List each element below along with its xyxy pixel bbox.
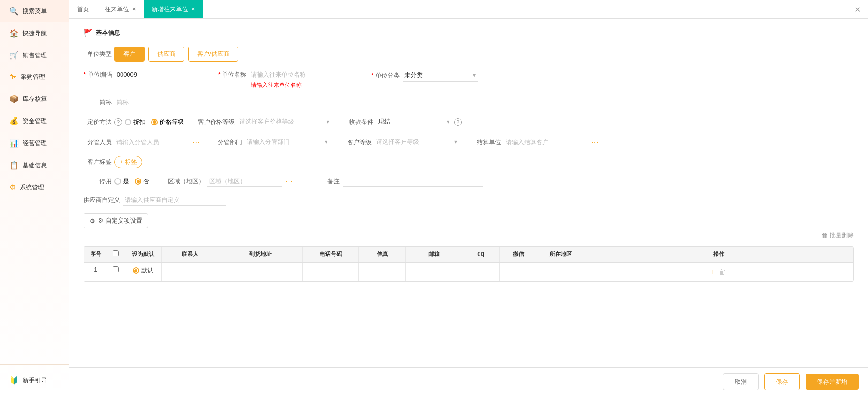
batch-delete-button[interactable]: 🗑 批量删除 [822,231,854,240]
sidebar-item-finance[interactable]: 💰 资金管理 [0,110,69,132]
add-tag-button[interactable]: + 标签 [114,156,142,168]
sidebar-item-quicknav[interactable]: 🏠 快捷导航 [0,22,69,44]
settlement-unit-input[interactable] [504,137,588,148]
radio-circle-price-level [151,119,158,125]
pricing-row: 定价方法 ? 折扣 价格等级 客户价格等级 请选择客户价格等级 [84,116,854,128]
settlement-dots-btn[interactable]: ··· [591,138,599,147]
tab-partner-close[interactable]: ✕ [132,6,136,12]
td-qq[interactable] [462,263,500,281]
radio-circle-yes [114,178,121,185]
sidebar-item-basic[interactable]: 📋 基础信息 [0,154,69,176]
manager-input[interactable] [114,137,190,148]
payment-help-icon[interactable]: ? [454,118,462,126]
type-btn-both[interactable]: 客户/供应商 [188,47,238,62]
td-fax[interactable] [359,263,406,281]
type-btn-supplier[interactable]: 供应商 [148,47,184,62]
type-btn-customer[interactable]: 客户 [114,47,145,62]
sidebar-item-label: 资金管理 [23,117,47,125]
del-row-icon[interactable]: 🗑 [719,268,726,276]
unit-type-row: 单位类型 客户 供应商 客户/供应商 [84,47,854,62]
footer: 取消 保存 保存并新增 [69,367,868,396]
section-basic-info: 🚩 基本信息 [84,28,854,37]
pricing-help-icon[interactable]: ? [114,118,122,126]
pricing-method-label: 定价方法 [84,118,112,126]
payment-terms-select[interactable]: 现结 ▾ [376,116,451,128]
save-button[interactable]: 保存 [764,373,800,390]
customer-price-level-select[interactable]: 请选择客户价格等级 ▾ [237,116,331,128]
unit-code-input[interactable] [115,69,199,80]
address-input[interactable] [221,266,299,277]
qq-input[interactable] [465,266,496,277]
customer-level-select[interactable]: 请选择客户等级 ▾ [374,136,459,148]
disabled-radio-no[interactable]: 否 [135,177,149,186]
sidebar-item-system[interactable]: ⚙ 系统管理 [0,176,69,198]
td-wechat[interactable] [500,263,537,281]
region-input[interactable] [207,176,282,187]
inventory-icon: 📦 [9,94,19,103]
sidebar-item-operations[interactable]: 📊 经营管理 [0,132,69,154]
radio-circle-no [135,178,141,185]
td-contact[interactable] [162,263,218,281]
region-label: 区域（地区） [168,177,205,186]
customer-tag-row: 客户标签 + 标签 [84,156,854,168]
add-row-icon[interactable]: + [711,268,715,276]
tab-partner-label: 往来单位 [105,5,129,14]
phone-input[interactable] [305,266,356,277]
batch-delete-icon: 🗑 [822,232,828,239]
pricing-radio-price-level[interactable]: 价格等级 [151,118,184,126]
th-email: 邮箱 [406,247,462,262]
form-area: 🚩 基本信息 单位类型 客户 供应商 客户/供应商 单位编码 单位名 [69,19,868,367]
cancel-button[interactable]: 取消 [723,373,759,390]
fax-input[interactable] [362,266,403,277]
td-phone[interactable] [303,263,359,281]
department-field: 分管部门 请输入分管部门 ▾ [214,136,329,148]
tab-new-partner-close[interactable]: ✕ [191,6,195,12]
disabled-radio-yes[interactable]: 是 [114,177,129,186]
email-input[interactable] [409,266,459,277]
chevron-down-icon: ▾ [473,72,476,78]
row-checkbox[interactable] [113,266,119,272]
short-name-input[interactable] [114,97,199,108]
default-radio[interactable]: 默认 [127,266,159,275]
supplier-custom-input[interactable] [123,194,226,206]
supplier-custom-field: 供应商自定义 [84,194,226,206]
unit-name-input[interactable] [249,69,352,80]
th-contact: 联系人 [162,247,218,262]
area-input[interactable] [544,266,577,277]
th-phone: 电话号码 [303,247,359,262]
td-area[interactable] [537,263,584,281]
sidebar-item-sales[interactable]: 🛒 销售管理 [0,44,69,66]
main-content: 首页 往来单位 ✕ 新增往来单位 ✕ ✕ 🚩 基本信息 单位类型 客户 供应商 … [69,0,868,396]
save-and-new-button[interactable]: 保存并新增 [806,374,859,390]
sidebar: 🔍 搜索菜单 🏠 快捷导航 🛒 销售管理 🛍 采购管理 📦 库存核算 💰 资金管… [0,0,69,396]
th-area: 所在地区 [537,247,584,262]
sidebar-item-search[interactable]: 🔍 搜索菜单 [0,0,69,22]
tab-new-partner[interactable]: 新增往来单位 ✕ [144,0,203,18]
wechat-input[interactable] [503,266,534,277]
manager-dots-btn[interactable]: ··· [192,138,200,147]
unit-category-value: 未分类 [404,71,423,79]
select-all-checkbox[interactable] [113,250,119,256]
td-address[interactable] [218,263,303,281]
tab-home[interactable]: 首页 [69,0,97,18]
pricing-radio-discount[interactable]: 折扣 [125,118,145,126]
table-toolbar: 🗑 批量删除 [84,228,854,242]
pricing-method-field: 定价方法 ? 折扣 价格等级 [84,118,184,126]
custom-settings-button[interactable]: ⚙ ⚙ 自定义项设置 [84,213,148,228]
default-label: 默认 [141,266,153,275]
sidebar-item-purchase[interactable]: 🛍 采购管理 [0,66,69,88]
window-close-button[interactable]: ✕ [854,5,860,14]
sidebar-item-inventory[interactable]: 📦 库存核算 [0,88,69,110]
radio-circle-default [133,267,139,274]
contact-input[interactable] [165,266,215,277]
chevron-down-icon2: ▾ [327,118,329,125]
td-email[interactable] [406,263,462,281]
tab-partner[interactable]: 往来单位 ✕ [97,0,144,18]
home-icon: 🏠 [9,29,19,38]
region-dots-btn[interactable]: ··· [285,177,293,186]
department-select[interactable]: 请输入分管部门 ▾ [245,136,329,148]
unit-category-select[interactable]: 未分类 ▾ [403,69,478,82]
remark-input[interactable] [343,176,483,187]
radio-circle-discount [125,119,131,125]
sidebar-item-guide[interactable]: 🔰 新手引导 [0,369,69,391]
